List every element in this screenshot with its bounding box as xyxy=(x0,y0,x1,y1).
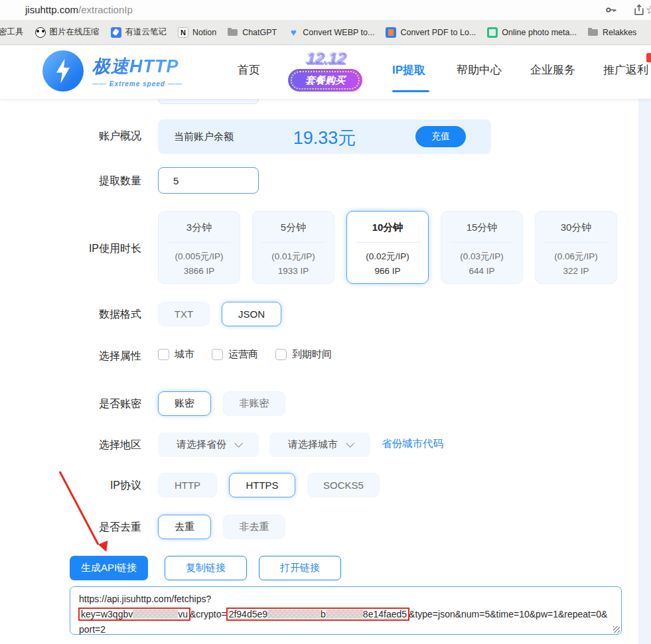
share-icon[interactable] xyxy=(632,3,646,17)
logo-subtitle: Extreme speed xyxy=(92,80,182,88)
city-select[interactable]: 请选择城市 xyxy=(269,432,370,457)
card-title: 10分钟 xyxy=(372,222,403,234)
checkbox-icon xyxy=(275,349,287,360)
nav-ip-extract[interactable]: IP提取 xyxy=(392,62,425,78)
open-link-button[interactable]: 打开链接 xyxy=(259,556,341,580)
api-url-line3: port=2 xyxy=(79,622,613,637)
auth-chip-account-selected[interactable]: 账密 xyxy=(158,391,211,416)
site-logo[interactable]: 极速HTTP Extreme speed xyxy=(42,50,182,92)
promo-label: 套餐购买 xyxy=(291,71,360,90)
bookmark-folder[interactable]: Relakkes xyxy=(588,27,636,38)
url-crypto-prefix: 2f94d5e9 xyxy=(229,609,267,619)
dedupe-chip-no[interactable]: 非去重 xyxy=(223,515,285,539)
bookmark-item[interactable]: NNotion xyxy=(178,27,216,38)
account-summary-box: 当前账户余额 19.33元 充值 xyxy=(158,119,491,154)
divider xyxy=(356,242,419,243)
card-title: 3分钟 xyxy=(186,222,212,234)
heart-icon: ♥ xyxy=(288,27,299,38)
divider xyxy=(261,242,325,243)
url-crypto-mid: b xyxy=(321,609,326,619)
card-price: (0.02元/IP) xyxy=(366,251,409,263)
promo-banner-12-12[interactable]: 12.12 套餐购买 xyxy=(288,50,362,93)
textarea-resize-handle[interactable] xyxy=(613,626,620,633)
chevron-down-icon xyxy=(346,439,354,448)
url-key-suffix: vu xyxy=(178,609,188,619)
bookmark-item[interactable]: 有道云笔记 xyxy=(111,27,167,38)
bookmark-item[interactable]: Online photo meta... xyxy=(487,27,577,38)
protocol-chip-socks5[interactable]: SOCKS5 xyxy=(307,473,380,497)
bookmark-label: Relakkes xyxy=(603,28,636,37)
api-url-line1: https://api.jisuhttp.com/fetchips? xyxy=(79,592,613,607)
bookmark-folder[interactable]: ChatGPT xyxy=(228,27,277,38)
checkbox-isp[interactable]: 运营商 xyxy=(212,348,258,361)
divider xyxy=(167,242,231,243)
redacted-crypto-segment xyxy=(267,610,321,618)
annotation-arrow xyxy=(57,469,114,559)
bookmark-label: Notion xyxy=(192,28,216,37)
url-params-tail: &type=json&num=5&time=10&pw=1&repeat=0& xyxy=(409,609,607,619)
checkbox-expire-time[interactable]: 到期时间 xyxy=(275,348,332,361)
redacted-key-segment xyxy=(133,610,178,618)
password-key-icon[interactable] xyxy=(605,3,618,17)
bookmark-star-icon[interactable]: ☆ xyxy=(646,3,651,17)
bookmark-item[interactable]: ♥Convert WEBP to... xyxy=(288,27,374,38)
auth-label: 是否账密 xyxy=(62,397,141,411)
checkbox-icon xyxy=(158,349,169,360)
format-chip-txt[interactable]: TXT xyxy=(158,302,210,326)
card-count: 644 IP xyxy=(469,266,494,276)
quantity-input[interactable] xyxy=(158,167,259,194)
api-url-line2: key=w3qgbvvu&crypto=2f94d5e9b8e14faed5&t… xyxy=(79,607,613,622)
format-chip-json-selected[interactable]: JSON xyxy=(222,302,281,326)
duration-card-5min[interactable]: 5分钟 (0.01元/IP) 1933 IP xyxy=(252,211,334,284)
annotation-box-crypto: 2f94d5e9b8e14faed5 xyxy=(226,608,409,621)
bookmark-item[interactable]: Convert PDF to Lo... xyxy=(386,27,476,38)
generate-api-link-button[interactable]: 生成API链接 xyxy=(70,556,148,580)
divider xyxy=(544,242,608,243)
bookmark-label: Convert PDF to Lo... xyxy=(400,28,476,37)
nav-enterprise[interactable]: 企业服务 xyxy=(530,62,575,78)
promo-date: 12.12 xyxy=(288,48,362,68)
url-crypto-suffix: 8e14faed5 xyxy=(363,609,407,619)
auth-chip-no-account[interactable]: 非账密 xyxy=(223,391,285,416)
dedupe-chip-yes-selected[interactable]: 去重 xyxy=(158,515,211,539)
copy-link-button[interactable]: 复制链接 xyxy=(165,556,247,580)
protocol-chip-https-selected[interactable]: HTTPS xyxy=(229,473,295,497)
bookmark-item[interactable]: 图片在线压缩 xyxy=(35,27,100,38)
panda-icon xyxy=(35,27,46,38)
card-price: (0.06元/IP) xyxy=(554,251,597,263)
checkbox-label: 到期时间 xyxy=(292,348,332,361)
duration-card-10min-selected[interactable]: 10分钟 (0.02元/IP) 966 IP xyxy=(346,211,429,284)
region-label: 选择地区 xyxy=(62,438,141,452)
annotation-box-key: key=w3qgbvvu xyxy=(78,608,190,621)
checkbox-icon xyxy=(212,349,223,360)
province-placeholder: 请选择省份 xyxy=(177,438,226,451)
logo-title: 极速HTTP xyxy=(92,54,182,78)
bookmark-label: Online photo meta... xyxy=(502,28,577,37)
attribute-checkboxes: 城市 运营商 到期时间 xyxy=(158,348,332,361)
divider xyxy=(450,242,514,243)
redacted-crypto-segment xyxy=(326,610,363,618)
nav-home[interactable]: 首页 xyxy=(238,62,260,78)
duration-card-15min[interactable]: 15分钟 (0.03元/IP) 644 IP xyxy=(441,211,523,284)
nav-referral[interactable]: 推广返利 xyxy=(603,62,648,78)
province-select[interactable]: 请选择省份 xyxy=(158,432,259,457)
nav-red-badge xyxy=(646,53,651,62)
quantity-label: 提取数量 xyxy=(62,174,141,188)
recharge-button[interactable]: 充值 xyxy=(415,126,466,147)
browser-url-bar[interactable]: jisuhttp.com/extractionIp ☆ xyxy=(0,0,651,20)
api-url-output[interactable]: https://api.jisuhttp.com/fetchips? key=w… xyxy=(70,586,622,635)
folder-icon xyxy=(588,27,599,38)
duration-card-30min[interactable]: 30分钟 (0.06元/IP) 322 IP xyxy=(535,211,617,284)
protocol-chip-http[interactable]: HTTP xyxy=(158,473,217,497)
address-text[interactable]: jisuhttp.com/extractionIp xyxy=(25,4,133,15)
checkbox-city[interactable]: 城市 xyxy=(158,348,194,361)
province-city-code-link[interactable]: 省份城市代码 xyxy=(382,437,443,451)
folder-icon xyxy=(228,27,238,38)
checkbox-label: 城市 xyxy=(175,348,194,361)
nav-help-center[interactable]: 帮助中心 xyxy=(457,62,502,78)
card-price: (0.005元/IP) xyxy=(175,251,224,263)
page-background-strip xyxy=(638,99,651,644)
url-crypto-param: &crypto= xyxy=(190,609,227,619)
duration-card-3min[interactable]: 3分钟 (0.005元/IP) 3866 IP xyxy=(158,211,240,284)
bookmark-item[interactable]: 密工具 xyxy=(0,27,24,38)
